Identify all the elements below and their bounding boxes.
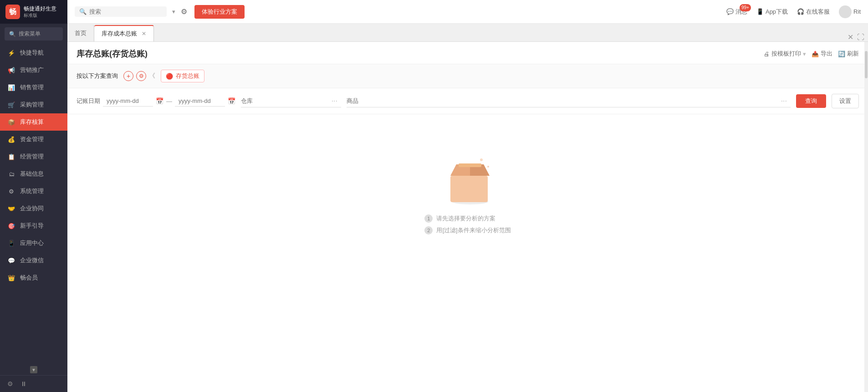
printer-icon: 🖨 (764, 51, 770, 57)
chart-icon: 📊 (7, 83, 15, 92)
print-dropdown-icon[interactable]: ▾ (803, 51, 806, 57)
filter-label: 按以下方案查询 (77, 72, 118, 80)
search-icon: 🔍 (9, 31, 16, 37)
folder-icon: 🗂 (7, 170, 15, 178)
sidebar-item-wechat[interactable]: 💬 企业微信 (0, 252, 67, 269)
right-scrollbar[interactable] (864, 42, 868, 392)
expand-icon[interactable]: ⛶ (857, 33, 864, 41)
refresh-icon: 🔄 (838, 51, 845, 57)
app-download-button[interactable]: 📱 App下载 (756, 8, 788, 16)
empty-hint-2: 2 用[过滤]条件来缩小分析范围 (424, 226, 511, 234)
svg-rect-1 (450, 176, 488, 202)
sidebar-item-quick-nav[interactable]: ⚡ 快捷导航 (0, 44, 67, 61)
sidebar-item-enterprise[interactable]: 🤝 企业协同 (0, 200, 67, 217)
sidebar-item-app[interactable]: 📱 应用中心 (0, 234, 67, 252)
date-start-input[interactable] (103, 96, 153, 107)
user-profile[interactable]: Rit (839, 5, 861, 18)
refresh-button[interactable]: 🔄 刷新 (838, 50, 859, 58)
scheme-icon: 🔴 (166, 73, 173, 80)
svg-point-4 (487, 166, 489, 168)
product-more-icon[interactable]: ··· (781, 97, 787, 105)
calendar-end-icon[interactable]: 📅 (228, 97, 235, 105)
sidebar-item-member[interactable]: 👑 畅会员 (0, 269, 67, 286)
sidebar-item-marketing[interactable]: 📢 营销推广 (0, 61, 67, 79)
header-gear-icon[interactable]: ⚙ (181, 7, 187, 16)
target-icon: 🎯 (7, 222, 15, 230)
filter-setting-button[interactable]: ⚙ (136, 71, 146, 81)
top-header: 🔍 ▾ ⚙ 体验行业方案 💬 消息 99+ 📱 App下载 🎧 在线客服 Rit (67, 0, 868, 24)
audio-icon[interactable]: ⏸ (20, 380, 27, 387)
warehouse-label: 仓库 (241, 97, 253, 105)
date-field: 记账日期 📅 — 📅 (77, 96, 235, 107)
date-separator: — (166, 98, 172, 105)
phone-icon: 📱 (756, 8, 764, 15)
tab-home[interactable]: 首页 (67, 25, 94, 41)
sidebar-item-purchase[interactable]: 🛒 采购管理 (0, 96, 67, 113)
date-end-input[interactable] (175, 96, 225, 107)
export-icon: 📤 (812, 51, 819, 57)
header-chevron-icon[interactable]: ▾ (172, 8, 175, 15)
lightning-icon: ⚡ (7, 49, 15, 57)
tab-close-icon[interactable]: ✕ (142, 31, 146, 37)
settings-button[interactable]: 设置 (832, 94, 859, 108)
main-area: 🔍 ▾ ⚙ 体验行业方案 💬 消息 99+ 📱 App下载 🎧 在线客服 Rit (67, 0, 868, 392)
header-search-input[interactable] (89, 8, 162, 15)
product-field[interactable]: 商品 ··· (347, 95, 791, 107)
export-button[interactable]: 📤 导出 (812, 50, 832, 58)
message-button[interactable]: 💬 消息 99+ (726, 8, 747, 16)
warehouse-field[interactable]: 仓库 ··· (241, 95, 341, 107)
calendar-start-icon[interactable]: 📅 (156, 97, 163, 105)
query-button[interactable]: 查询 (796, 94, 826, 108)
app-logo: 畅 (5, 5, 20, 19)
gear-icon: ⚙ (7, 187, 15, 195)
box-icon: 📦 (7, 118, 15, 126)
cart-icon: 🛒 (7, 101, 15, 109)
user-avatar (839, 5, 852, 18)
header-right: 💬 消息 99+ 📱 App下载 🎧 在线客服 Rit (726, 5, 861, 18)
sidebar-header: 畅 畅捷通好生意 标准版 (0, 0, 67, 24)
product-label: 商品 (347, 97, 358, 105)
filter-add-button[interactable]: + (123, 71, 133, 81)
empty-state: 1 请先选择要分析的方案 2 用[过滤]条件来缩小分析范围 (67, 114, 868, 271)
settings-icon[interactable]: ⚙ (7, 380, 13, 387)
sidebar-search-area[interactable]: 🔍 搜索菜单 (0, 24, 67, 44)
filter-collapse-button[interactable]: 《 (149, 72, 155, 80)
sidebar-item-system[interactable]: ⚙ 系统管理 (0, 183, 67, 200)
empty-hints: 1 请先选择要分析的方案 2 用[过滤]条件来缩小分析范围 (424, 214, 511, 234)
scheme-item[interactable]: 🔴 存货总账 (161, 70, 204, 82)
crown-icon: 👑 (7, 274, 15, 282)
trial-button[interactable]: 体验行业方案 (194, 5, 245, 19)
empty-illustration (440, 151, 495, 205)
page-content: 库存总账(存货总账) 🖨 按模板打印 ▾ 📤 导出 🔄 刷新 按以下方案查 (67, 42, 868, 392)
sidebar-item-guide[interactable]: 🎯 新手引导 (0, 217, 67, 234)
svg-point-3 (480, 158, 483, 161)
online-service-button[interactable]: 🎧 在线客服 (797, 8, 830, 16)
search-icon: 🔍 (79, 8, 87, 15)
print-button[interactable]: 🖨 按模板打印 ▾ (764, 50, 806, 58)
page-title: 库存总账(存货总账) (77, 48, 148, 59)
money-icon: 💰 (7, 135, 15, 143)
page-header: 库存总账(存货总账) 🖨 按模板打印 ▾ 📤 导出 🔄 刷新 (67, 42, 868, 64)
sidebar-item-basic[interactable]: 🗂 基础信息 (0, 165, 67, 183)
date-field-label: 记账日期 (77, 97, 100, 105)
chat-icon: 💬 (7, 256, 15, 265)
warehouse-more-icon[interactable]: ··· (332, 97, 337, 105)
header-search-box[interactable]: 🔍 (75, 6, 167, 17)
scroll-down-button[interactable]: ▼ (30, 366, 37, 373)
sidebar-item-operation[interactable]: 📋 经营管理 (0, 148, 67, 165)
sidebar-footer: ⚙ ⏸ (0, 375, 67, 392)
sidebar-item-finance[interactable]: 💰 资金管理 (0, 131, 67, 148)
sidebar-item-sales[interactable]: 📊 销售管理 (0, 79, 67, 96)
clipboard-icon: 📋 (7, 153, 15, 161)
scheme-label: 存货总账 (176, 72, 199, 80)
sidebar-nav: ⚡ 快捷导航 📢 营销推广 📊 销售管理 🛒 采购管理 📦 库存核算 💰 资金管… (0, 44, 67, 364)
headphone-icon: 🎧 (797, 8, 804, 15)
tab-inventory-ledger[interactable]: 库存成本总账 ✕ (94, 25, 154, 41)
app-title: 畅捷通好生意 标准版 (24, 5, 56, 19)
search-menu-button[interactable]: 🔍 搜索菜单 (5, 27, 63, 41)
svg-rect-2 (459, 163, 481, 167)
close-panel-icon[interactable]: ✕ (848, 33, 853, 41)
hint-text-2: 用[过滤]条件来缩小分析范围 (436, 226, 511, 234)
hint-num-2: 2 (424, 226, 433, 234)
sidebar-item-inventory[interactable]: 📦 库存核算 (0, 113, 67, 131)
